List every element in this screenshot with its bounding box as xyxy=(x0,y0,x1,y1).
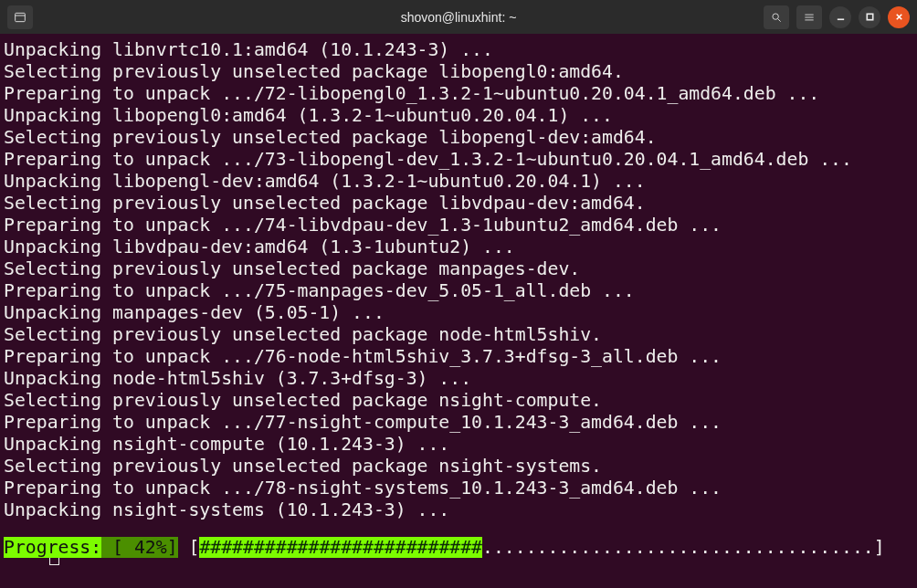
window-titlebar: shovon@linuxhint: ~ xyxy=(0,0,917,34)
terminal-line: Selecting previously unselected package … xyxy=(4,61,913,83)
terminal-line: Unpacking node-html5shiv (3.7.3+dfsg-3) … xyxy=(4,368,913,390)
svg-point-1 xyxy=(773,13,778,18)
hamburger-icon xyxy=(803,11,816,24)
terminal-line: Unpacking libopengl-dev:amd64 (1.3.2-1~u… xyxy=(4,171,913,193)
close-button[interactable] xyxy=(888,6,910,28)
terminal-line: Unpacking libnvrtc10.1:amd64 (10.1.243-3… xyxy=(4,39,913,61)
minimize-icon xyxy=(836,12,846,22)
terminal-line: Preparing to unpack .../74-libvdpau-dev_… xyxy=(4,215,913,236)
terminal-line: Unpacking libopengl0:amd64 (1.3.2-1~ubun… xyxy=(4,105,913,127)
terminal-line: Preparing to unpack .../77-nsight-comput… xyxy=(4,412,913,434)
progress-label: Progress: xyxy=(4,537,101,558)
svg-rect-0 xyxy=(16,13,26,21)
terminal-line: Selecting previously unselected package … xyxy=(4,390,913,412)
hamburger-menu-button[interactable] xyxy=(796,5,822,29)
svg-rect-2 xyxy=(867,14,872,19)
terminal-viewport[interactable]: Unpacking libnvrtc10.1:amd64 (10.1.243-3… xyxy=(0,34,917,588)
terminal-line: Unpacking nsight-compute (10.1.243-3) ..… xyxy=(4,434,913,456)
terminal-line: Selecting previously unselected package … xyxy=(4,456,913,478)
titlebar-right-controls xyxy=(764,5,910,29)
terminal-line: Selecting previously unselected package … xyxy=(4,193,913,215)
progress-bar-fill: ########################## xyxy=(199,537,482,558)
terminal-line: Preparing to unpack .../72-libopengl0_1.… xyxy=(4,83,913,105)
apt-progress-bar: Progress: [ 42%] [######################… xyxy=(4,515,913,581)
progress-bar-empty: .................................... xyxy=(482,537,874,558)
terminal-line: Selecting previously unselected package … xyxy=(4,324,913,346)
terminal-tab-icon xyxy=(13,10,27,25)
minimize-button[interactable] xyxy=(829,6,851,28)
search-button[interactable] xyxy=(764,5,789,29)
close-icon xyxy=(894,12,904,22)
maximize-icon xyxy=(865,12,875,22)
terminal-line: Unpacking manpages-dev (5.05-1) ... xyxy=(4,302,913,324)
terminal-line: Preparing to unpack .../76-node-html5shi… xyxy=(4,346,913,368)
terminal-line: Selecting previously unselected package … xyxy=(4,127,913,149)
progress-bar-open: [ xyxy=(178,537,200,558)
terminal-line: Unpacking libvdpau-dev:amd64 (1.3-1ubunt… xyxy=(4,236,913,258)
search-icon xyxy=(770,11,783,24)
terminal-line: Preparing to unpack .../78-nsight-system… xyxy=(4,478,913,499)
progress-bar-close: ] xyxy=(874,537,896,558)
terminal-line: Selecting previously unselected package … xyxy=(4,258,913,280)
terminal-line: Preparing to unpack .../73-libopengl-dev… xyxy=(4,149,913,171)
terminal-line: Preparing to unpack .../75-manpages-dev_… xyxy=(4,280,913,302)
maximize-button[interactable] xyxy=(859,6,880,28)
new-tab-button[interactable] xyxy=(7,5,33,29)
progress-percent: [ 42%] xyxy=(101,537,177,558)
